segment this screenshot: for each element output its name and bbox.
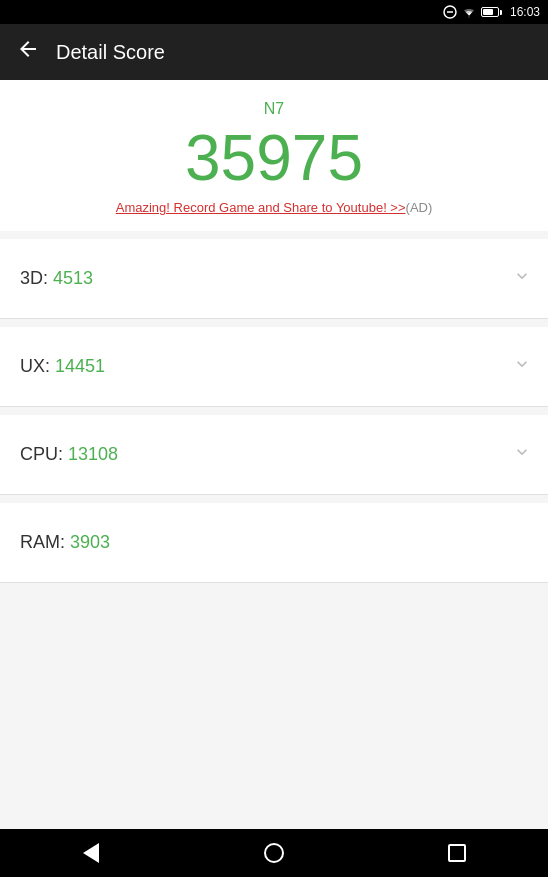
back-button[interactable] bbox=[16, 37, 40, 67]
score-value-cpu: 13108 bbox=[68, 444, 118, 464]
ad-link[interactable]: Amazing! Record Game and Share to Youtub… bbox=[116, 200, 433, 215]
score-label-ux: UX: 14451 bbox=[20, 356, 105, 377]
score-label-3d: 3D: 4513 bbox=[20, 268, 93, 289]
status-bar: 16:03 bbox=[0, 0, 548, 24]
recents-nav-icon bbox=[448, 844, 466, 862]
nav-back-button[interactable] bbox=[61, 833, 121, 873]
ad-label: (AD) bbox=[406, 200, 433, 215]
score-value-3d: 4513 bbox=[53, 268, 93, 288]
score-row-ram[interactable]: RAM: 3903 bbox=[0, 503, 548, 583]
nav-home-button[interactable] bbox=[244, 833, 304, 873]
score-label-ram: RAM: 3903 bbox=[20, 532, 110, 553]
score-row-3d[interactable]: 3D: 4513 bbox=[0, 239, 548, 319]
chevron-down-icon-cpu bbox=[512, 442, 532, 467]
home-nav-icon bbox=[264, 843, 284, 863]
score-sections: 3D: 4513 UX: 14451 CPU: 13108 bbox=[0, 239, 548, 829]
empty-area bbox=[0, 583, 548, 829]
back-nav-icon bbox=[83, 843, 99, 863]
bottom-nav bbox=[0, 829, 548, 877]
wifi-icon bbox=[461, 6, 477, 18]
top-bar: Detail Score bbox=[0, 24, 548, 80]
score-row-ux[interactable]: UX: 14451 bbox=[0, 327, 548, 407]
chevron-down-icon-3d bbox=[512, 266, 532, 291]
total-score: 35975 bbox=[185, 126, 363, 190]
ad-link-text[interactable]: Amazing! Record Game and Share to Youtub… bbox=[116, 200, 406, 215]
nav-recents-button[interactable] bbox=[427, 833, 487, 873]
status-time: 16:03 bbox=[510, 5, 540, 19]
battery-icon bbox=[481, 7, 502, 17]
score-value-ux: 14451 bbox=[55, 356, 105, 376]
score-row-cpu[interactable]: CPU: 13108 bbox=[0, 415, 548, 495]
chevron-down-icon-ux bbox=[512, 354, 532, 379]
status-icons: 16:03 bbox=[443, 5, 540, 19]
page-title: Detail Score bbox=[56, 41, 165, 64]
score-label-cpu: CPU: 13108 bbox=[20, 444, 118, 465]
main-content: N7 35975 Amazing! Record Game and Share … bbox=[0, 80, 548, 829]
score-value-ram: 3903 bbox=[70, 532, 110, 552]
device-name: N7 bbox=[264, 100, 284, 118]
score-header: N7 35975 Amazing! Record Game and Share … bbox=[0, 80, 548, 231]
dnd-icon bbox=[443, 5, 457, 19]
